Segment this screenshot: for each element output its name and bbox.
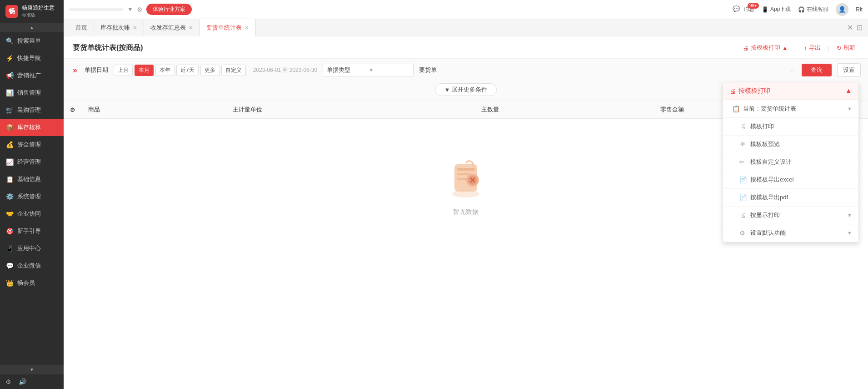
nav-label-appcenter: 应用中心 <box>17 244 41 253</box>
sidebar-item-appcenter[interactable]: 📱应用中心 <box>0 240 64 257</box>
nav-label-system: 系统管理 <box>17 192 41 201</box>
nav-icon-operation: 📈 <box>5 158 14 166</box>
topbar-right: 💬 99+ 消息 📱 App下载 🎧 在线客服 👤 Rit <box>733 3 863 16</box>
sidebar-item-finance[interactable]: 💰资金管理 <box>0 136 64 153</box>
user-avatar[interactable]: 👤 <box>836 3 848 16</box>
sidebar-nav: 🔍搜索菜单⚡快捷导航📢营销推广📊销售管理🛒采购管理📦库存核算💰资金管理📈经营管理… <box>0 32 64 365</box>
close-window-btn[interactable]: ✕ <box>847 23 853 32</box>
tab-order_stat[interactable]: 要货单统计表✕ <box>200 19 256 36</box>
nav-label-guide: 新手引导 <box>17 227 41 235</box>
msg-badge[interactable]: 💬 99+ 消息 <box>733 5 754 13</box>
print-item-template_print[interactable]: 🖨模板打印 <box>723 118 858 136</box>
sidebar-item-search[interactable]: 🔍搜索菜单 <box>0 32 64 50</box>
sidebar-item-marketing[interactable]: 📢营销推广 <box>0 67 64 84</box>
scroll-down-btn[interactable]: ▼ <box>0 365 64 374</box>
msg-count: 99+ <box>748 3 759 9</box>
scroll-up-btn[interactable]: ▲ <box>0 23 64 32</box>
print-current-item: 📋 当前：要货单统计表 ▼ <box>723 100 858 118</box>
nav-label-purchase: 采购管理 <box>17 106 41 114</box>
date-btn-近7天[interactable]: 近7天 <box>176 65 199 76</box>
sidebar-item-purchase[interactable]: 🛒采购管理 <box>0 101 64 119</box>
print-item-template_preview[interactable]: 👁模板板预览 <box>723 136 858 153</box>
audio-icon[interactable]: 🔊 <box>19 378 26 385</box>
nav-icon-marketing: 📢 <box>5 72 14 79</box>
print-dropdown-close-btn[interactable]: ▲ <box>845 87 852 95</box>
filter-expand-btn[interactable]: » <box>71 66 79 75</box>
refresh-icon: ↻ <box>837 45 842 51</box>
sidebar-item-enterprise[interactable]: 🤝企业协同 <box>0 205 64 222</box>
maximize-btn[interactable]: ⊡ <box>857 23 863 32</box>
print-item-template_excel[interactable]: 📄按模板导出excel <box>723 171 858 189</box>
query-btn[interactable]: 查询 <box>802 64 832 76</box>
sidebar-item-quick[interactable]: ⚡快捷导航 <box>0 50 64 67</box>
industry-btn[interactable]: 体验行业方案 <box>146 4 192 15</box>
tab-close-batch[interactable]: ✕ <box>133 25 137 30</box>
sidebar-item-vip[interactable]: 👑畅会员 <box>0 274 64 292</box>
sidebar-item-basic[interactable]: 📋基础信息 <box>0 171 64 188</box>
settings-btn[interactable]: 设置 <box>837 63 861 77</box>
app-sub: 标准版 <box>22 12 55 18</box>
tab-close-receipts[interactable]: ✕ <box>189 25 193 30</box>
sidebar-item-sales[interactable]: 📊销售管理 <box>0 84 64 101</box>
msg-icon: 💬 <box>733 5 740 12</box>
sidebar-item-system[interactable]: ⚙️系统管理 <box>0 188 64 205</box>
item-icon-template_print: 🖨 <box>739 123 747 130</box>
sidebar-item-inventory[interactable]: 📦库存核算 <box>0 119 64 136</box>
tab-batch[interactable]: 库存批次账✕ <box>94 19 144 36</box>
topbar-dropdown-arrow[interactable]: ▼ <box>127 6 133 13</box>
tab-home[interactable]: 首页 <box>69 19 94 36</box>
tab-close-order_stat[interactable]: ✕ <box>244 25 249 30</box>
col-quantity: 主数量 <box>475 101 654 119</box>
current-item-icon: 📋 <box>732 105 739 112</box>
printer-icon: 🖨 <box>743 45 749 51</box>
username: Rit <box>856 6 863 13</box>
svg-rect-3 <box>457 173 470 175</box>
nav-label-marketing: 营销推广 <box>17 71 41 80</box>
nav-label-operation: 经营管理 <box>17 158 41 166</box>
nav-label-wechat: 企业微信 <box>17 262 41 270</box>
col-product: 商品 <box>82 101 226 119</box>
tab-label-batch: 库存批次账 <box>100 24 130 32</box>
settings-icon[interactable]: ⚙ <box>5 378 11 385</box>
service-item[interactable]: 🎧 在线客服 <box>798 5 828 13</box>
print-template-btn[interactable]: 🖨 按模板打印 ▲ <box>739 42 792 54</box>
nav-icon-system: ⚙️ <box>5 193 14 200</box>
nav-icon-sales: 📊 <box>5 89 14 96</box>
print-item-default_func[interactable]: ⚙设置默认功能▼ <box>723 224 858 242</box>
date-btn-上月[interactable]: 上月 <box>114 65 133 76</box>
topbar: ▼ ⚙ 体验行业方案 💬 99+ 消息 📱 App下载 🎧 在线客服 👤 Rit <box>64 0 868 19</box>
sidebar-item-guide[interactable]: 🎯新手引导 <box>0 222 64 240</box>
item-label-template_custom: 模板自定义设计 <box>750 158 792 166</box>
refresh-btn[interactable]: ↻ 刷新 <box>833 42 859 54</box>
sidebar-logo: 畅 畅康通好生意 标准版 <box>0 0 64 23</box>
print-title-icon: 🖨 <box>729 87 736 95</box>
nav-icon-guide: 🎯 <box>5 227 14 235</box>
tab-receipts[interactable]: 收发存汇总表✕ <box>144 19 200 36</box>
sidebar-item-wechat[interactable]: 💬企业微信 <box>0 257 64 274</box>
page-title: 要货单统计表(按商品) <box>73 43 143 53</box>
item-label-display_print: 按显示打印 <box>750 211 780 219</box>
date-btn-本月[interactable]: 本月 <box>135 65 154 76</box>
print-item-display_print[interactable]: 🖨按显示打印▼ <box>723 207 858 224</box>
app-download-item[interactable]: 📱 App下载 <box>762 5 791 13</box>
print-item-template_custom[interactable]: ✏模板自定义设计 <box>723 153 858 171</box>
export-btn[interactable]: ↑ 导出 <box>800 42 824 54</box>
nav-icon-search: 🔍 <box>5 37 14 45</box>
sidebar-bottom: ⚙ 🔊 <box>0 374 64 389</box>
topbar-gear-icon[interactable]: ⚙ <box>137 6 143 13</box>
doc-type-arrow: ▼ <box>369 67 374 73</box>
app-label: App下载 <box>770 5 791 13</box>
date-btns: 上月本月本年近7天更多自定义 <box>114 65 246 76</box>
print-item-template_pdf[interactable]: 📄按模板导出pdf <box>723 189 858 207</box>
expand-more-btn[interactable]: ▼ 展开更多条件 <box>435 83 497 96</box>
doc-type-select[interactable]: 单据类型 ▼ <box>323 64 414 76</box>
page-header: 要货单统计表(按商品) 🖨 按模板打印 ▲ | ↑ 导出 | ↻ 刷新 <box>64 36 868 59</box>
date-btn-更多[interactable]: 更多 <box>200 65 219 76</box>
date-btn-自定义[interactable]: 自定义 <box>221 65 246 76</box>
date-btn-本年[interactable]: 本年 <box>155 65 175 76</box>
sidebar-item-operation[interactable]: 📈经营管理 <box>0 153 64 171</box>
tab-bar: 首页库存批次账✕收发存汇总表✕要货单统计表✕ ✕ ⊡ <box>64 19 868 36</box>
item-icon-template_preview: 👁 <box>739 141 747 148</box>
print-dropdown: 🖨 按模板打印 ▲ 📋 当前：要货单统计表 ▼ 🖨模板打印👁模板板预览✏模板自定… <box>723 82 859 242</box>
item-icon-template_pdf: 📄 <box>739 194 747 201</box>
